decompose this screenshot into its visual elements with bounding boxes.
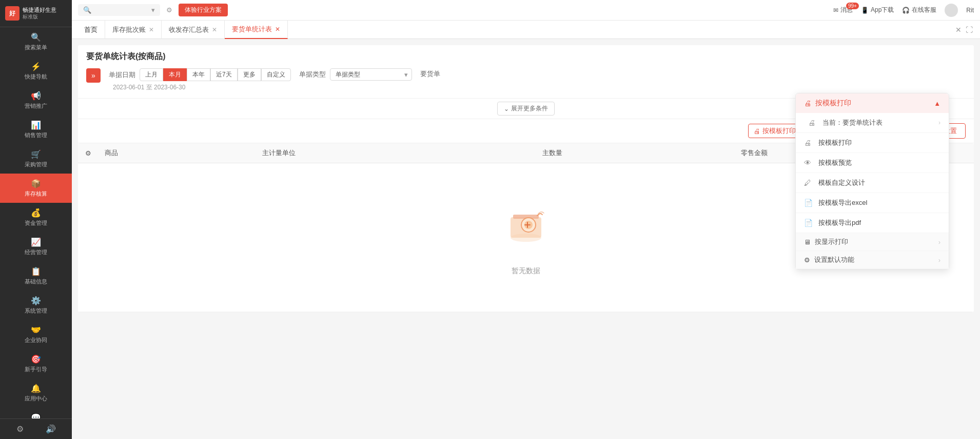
date-btn-本年[interactable]: 本年 [187,68,210,81]
app-logo: 好 畅捷通好生意 标准版 [0,0,72,27]
sidebar-label-purchase: 采购管理 [25,161,47,168]
dropdown-item-template-preview[interactable]: 👁按模板预览 [796,153,949,173]
tab-label-home: 首页 [84,25,97,34]
finance-icon: 💰 [31,208,41,218]
template-design-icon: 🖊 [804,179,813,187]
appstore-icon: 🔔 [31,384,41,393]
tab-inventory-batch[interactable]: 库存批次账✕ [105,21,162,39]
sidebar-item-corpwx[interactable]: 💬企业微信 [0,408,72,418]
tab-home[interactable]: 首页 [77,21,105,39]
tab-close-receipt-summary[interactable]: ✕ [212,26,217,33]
app-name: 畅捷通好生意 [23,6,56,13]
dropdown-item-template-print[interactable]: 🖨按模板打印 [796,133,949,153]
tab-close-order-stats[interactable]: ✕ [275,26,280,33]
sidebar-item-basic[interactable]: 📋基础信息 [0,261,72,291]
sidebar-item-search[interactable]: 🔍搜索菜单 [0,27,72,56]
type-select[interactable]: 单据类型 [330,68,412,81]
sidebar-item-appstore[interactable]: 🔔应用中心 [0,378,72,408]
sidebar-label-inventory: 库存核算 [25,190,47,198]
dropdown-item-template-excel[interactable]: 📄按模板导出excel [796,193,949,213]
search-icon: 🔍 [83,6,91,14]
current-template-label: 当前：要货单统计表 [822,118,933,127]
default-func-icon: ⚙ [804,256,810,264]
page-title: 要货单统计表(按商品) [86,51,966,62]
logo-icon: 好 [5,6,19,21]
sidebar-item-system[interactable]: ⚙️系统管理 [0,291,72,320]
tab-maximize-btn[interactable]: ⛶ [964,24,975,36]
template-print-icon: 🖨 [804,139,813,147]
template-pdf-label: 按模板导出pdf [818,218,940,227]
topbar: 🔍 ▾ ⚙ 体验行业方案 ✉ 消息 99+ 📱 App下载 🎧 在线客服 Rit [72,0,980,21]
col-qty: 主数量 [536,143,735,163]
trial-button[interactable]: 体验行业方案 [179,4,228,16]
main-area: 🔍 ▾ ⚙ 体验行业方案 ✉ 消息 99+ 📱 App下载 🎧 在线客服 Rit [72,0,980,439]
search-bar[interactable]: 🔍 ▾ [78,4,160,16]
type-select-wrapper: 单据类型 [330,68,412,81]
messages-button[interactable]: ✉ 消息 99+ [833,6,853,14]
search-icon: 🔍 [31,32,41,42]
inventory-icon: 📦 [31,179,41,188]
display-print-left: 🖥按显示打印 [804,237,848,246]
sidebar-label-guide: 新手引导 [25,366,47,373]
tab-receipt-summary[interactable]: 收发存汇总表✕ [162,21,225,39]
sidebar-item-quicknav[interactable]: ⚡快捷导航 [0,56,72,86]
date-btn-自定义[interactable]: 自定义 [261,68,291,81]
printer-icon: 🖨 [754,127,760,135]
sales-icon: 📊 [31,120,41,130]
dropdown-item-template-design[interactable]: 🖊模板自定义设计 [796,173,949,193]
topbar-gear-icon[interactable]: ⚙ [166,6,172,14]
tab-label-order-stats: 要货单统计表 [232,25,272,34]
sidebar-label-corp: 企业协同 [25,336,47,344]
tab-close-inventory-batch[interactable]: ✕ [149,26,154,33]
filter-toggle-btn[interactable]: » [86,68,101,83]
sidebar-label-basic: 基础信息 [25,278,47,285]
message-icon: ✉ [833,7,838,14]
date-btn-近7天[interactable]: 近7天 [210,68,238,81]
app-download-button[interactable]: 📱 App下载 [861,6,894,14]
tab-actions: ✕ ⛶ [953,24,975,36]
speaker-icon[interactable]: 🔊 [46,424,56,434]
sidebar-item-marketing[interactable]: 📢营销推广 [0,86,72,115]
date-btn-上月[interactable]: 上月 [140,68,163,81]
sidebar-item-sales[interactable]: 📊销售管理 [0,115,72,144]
display-print-label: 按显示打印 [815,237,848,246]
col-unit: 主计量单位 [256,143,536,163]
date-btn-本月[interactable]: 本月 [163,68,187,81]
current-template-item[interactable]: 🖨 当前：要货单统计表 › [796,113,949,133]
sidebar-item-guide[interactable]: 🎯新手引导 [0,349,72,378]
dropdown-section-default-func[interactable]: ⚙设置默认功能› [796,251,949,269]
sidebar-label-appstore: 应用中心 [25,395,47,403]
sidebar-item-purchase[interactable]: 🛒采购管理 [0,144,72,174]
tab-close-btn[interactable]: ✕ [953,24,964,36]
avatar[interactable] [945,4,958,17]
default-func-label: 设置默认功能 [814,255,854,264]
dropdown-item-template-pdf[interactable]: 📄按模板导出pdf [796,213,949,233]
dropdown-close-arrow[interactable]: ▲ [934,100,940,107]
basic-icon: 📋 [31,266,41,276]
dropdown-section-display-print[interactable]: 🖥按显示打印› [796,233,949,251]
sidebar-label-system: 系统管理 [25,307,47,315]
tab-order-stats[interactable]: 要货单统计表✕ [225,21,288,39]
date-btn-更多[interactable]: 更多 [238,68,261,81]
search-input[interactable] [93,7,149,14]
expand-conditions-btn[interactable]: ⌄ 展开更多条件 [497,102,555,116]
system-icon: ⚙️ [31,296,41,306]
sidebar-label-operation: 经营管理 [25,249,47,256]
sidebar-label-search: 搜索菜单 [25,44,47,51]
template-excel-icon: 📄 [804,199,813,207]
empty-text: 暂无数据 [512,266,540,276]
username: Rit [966,7,974,14]
sidebar-item-corp[interactable]: 🤝企业协同 [0,320,72,349]
print-dropdown-header[interactable]: 🖨 按模板打印 ▲ [796,93,949,113]
marketing-icon: 📢 [31,91,41,101]
sidebar-item-inventory[interactable]: 📦库存核算 [0,174,72,203]
date-filter-label: 单据日期 [109,70,135,80]
quicknav-icon: ⚡ [31,62,41,71]
page-content: 要货单统计表(按商品) » 单据日期 上月本月本年近7天更多自定义 2023-0… [72,39,980,439]
settings-bottom-icon[interactable]: ⚙ [16,424,24,434]
online-service-button[interactable]: 🎧 在线客服 [902,6,936,14]
sidebar-item-operation[interactable]: 📈经营管理 [0,232,72,261]
search-dropdown-icon[interactable]: ▾ [151,6,155,14]
sidebar-label-quicknav: 快捷导航 [25,73,47,81]
sidebar-item-finance[interactable]: 💰资金管理 [0,203,72,232]
